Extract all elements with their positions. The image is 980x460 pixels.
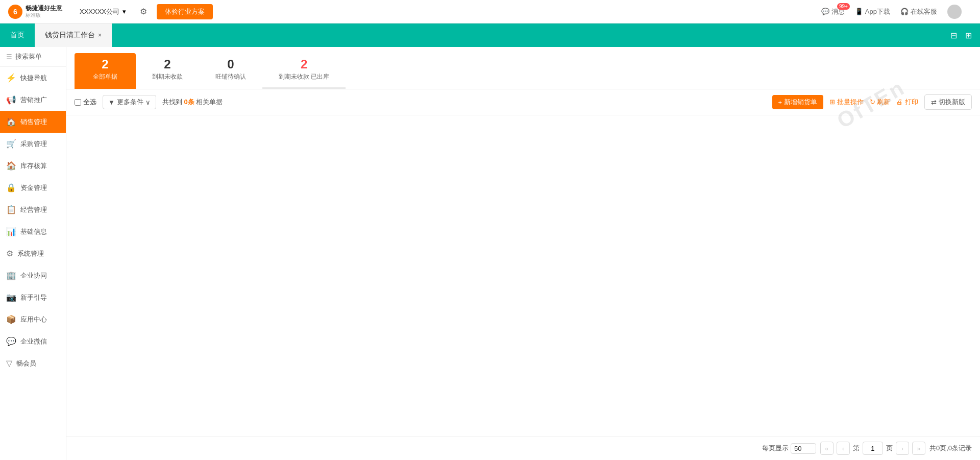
online-service-label: 在线客服 [911,7,937,16]
page-suffix: 页 [886,444,893,453]
phone-icon: 📱 [855,8,863,15]
next-page-button[interactable]: › [896,442,909,455]
stat-tab-shipped[interactable]: 2 到期未收款 已出库 [262,53,346,89]
stat-tab-pending[interactable]: 0 旺铺待确认 [199,53,262,89]
sidebar-item-inventory[interactable]: 🏠 库存核算 [0,155,66,177]
cart-icon: 🛒 [6,139,16,149]
stat-label-shipped: 到期未收款 已出库 [279,72,329,81]
company-name: XXXXXX公司 [80,7,119,16]
app-download-label: App下载 [865,7,890,16]
sidebar-label-inventory: 库存核算 [20,161,47,171]
found-prefix: 共找到 [162,98,182,106]
camera-icon: 📷 [6,293,16,302]
settings-icon[interactable]: ⚙ [136,5,151,19]
filter-label: 更多条件 [117,98,143,107]
building-icon: 🏢 [6,271,16,280]
sidebar-item-wechat[interactable]: 💬 企业微信 [0,330,66,352]
main-content: 2 全部单据 2 到期未收款 0 旺铺待确认 2 到期未收款 已出库 全选 [66,47,980,460]
page-size-select: 每页显示 50 100 200 [762,443,816,454]
message-action[interactable]: 💬 消息 99+ [821,7,845,16]
sidebar-item-marketing[interactable]: 📢 营销推广 [0,89,66,111]
related-label: 相关单据 [196,98,223,106]
sidebar-item-guide[interactable]: 📷 新手引导 [0,286,66,308]
sidebar-item-appstore[interactable]: 📦 应用中心 [0,308,66,330]
sidebar-item-system[interactable]: ⚙ 系统管理 [0,243,66,264]
select-all-checkbox[interactable]: 全选 [75,98,96,107]
message-icon: 💬 [821,8,829,15]
stat-tab-all[interactable]: 2 全部单据 [75,53,136,89]
tab-bar: 首页 钱货日清工作台 × ⊟ ⊞ [0,23,980,47]
company-selector[interactable]: XXXXXX公司 ▾ [76,5,130,18]
top-header: 6 畅捷通好生意 标准版 XXXXXX公司 ▾ ⚙ 体验行业方案 💬 消息 99… [0,0,980,23]
app-download-action[interactable]: 📱 App下载 [855,7,890,16]
message-badge: 99+ [837,3,850,10]
trial-button[interactable]: 体验行业方案 [157,4,213,19]
sidebar-label-operation: 经营管理 [20,205,47,214]
sidebar-item-sales[interactable]: 🏠 销售管理 [0,111,66,133]
headset-icon: 🎧 [900,8,909,15]
member-icon: ▽ [6,358,12,368]
batch-action[interactable]: ⊞ 批量操作 [829,98,864,107]
page-label: 第 [853,444,860,453]
page-input[interactable] [863,442,883,455]
sidebar-label-purchase: 采购管理 [20,139,47,149]
filter-button[interactable]: ▼ 更多条件 ∨ [103,95,156,109]
sidebar-search[interactable]: ☰ 搜索菜单 [0,47,66,67]
sidebar-item-finance[interactable]: 🔒 资金管理 [0,177,66,199]
new-order-button[interactable]: + 新增销货单 [772,95,824,109]
stat-num-all: 2 [102,57,108,71]
sidebar-label-wechat: 企业微信 [20,337,47,346]
tab-daily[interactable]: 钱货日清工作台 × [35,23,112,47]
lock-icon: 🔒 [6,183,16,192]
tab-home-label: 首页 [10,31,24,40]
page-size-dropdown[interactable]: 50 100 200 [791,443,816,454]
stats-tabs: 2 全部单据 2 到期未收款 0 旺铺待确认 2 到期未收款 已出库 [66,47,980,89]
avatar[interactable] [947,5,962,19]
filter-icon: ▼ [108,99,115,106]
batch-label: 批量操作 [837,98,864,106]
sidebar-label-guide: 新手引导 [20,293,47,302]
first-page-button[interactable]: « [820,442,834,455]
logo-main: 畅捷通好生意 [26,5,62,12]
sidebar-item-operation[interactable]: 📋 经营管理 [0,199,66,221]
print-icon: 🖨 [896,98,903,106]
sidebar-item-corp[interactable]: 🏢 企业协同 [0,264,66,286]
sidebar-label-finance: 资金管理 [20,183,47,192]
checkbox-input[interactable] [75,99,81,106]
total-text: 共0页,0条记录 [929,444,972,453]
sidebar-item-basic[interactable]: 📊 基础信息 [0,221,66,243]
sidebar-label-corp: 企业协同 [20,271,47,280]
refresh-action[interactable]: ↻ 刷新 [870,98,891,107]
new-version-button[interactable]: ⇄ 切换新版 [924,94,972,110]
tab-close-icon[interactable]: × [98,32,102,39]
header-right: 💬 消息 99+ 📱 App下载 🎧 在线客服 [821,5,972,19]
search-icon: ☰ [6,53,12,61]
sidebar-item-member[interactable]: ▽ 畅会员 [0,352,66,374]
sidebar-item-purchase[interactable]: 🛒 采购管理 [0,133,66,155]
tab-maximize-icon[interactable]: ⊞ [963,29,974,42]
logo-text: 畅捷通好生意 标准版 [26,5,62,18]
sidebar: ☰ 搜索菜单 ⚡ 快捷导航 📢 营销推广 🏠 销售管理 🛒 采购管理 🏠 库存核… [0,47,66,460]
table-area [66,115,980,436]
lightning-icon: ⚡ [6,73,16,83]
logo-sub: 标准版 [26,12,62,18]
new-order-label: 新增销货单 [784,98,817,107]
prev-page-button[interactable]: ‹ [837,442,850,455]
print-action[interactable]: 🖨 打印 [896,98,918,107]
last-page-button[interactable]: » [912,442,925,455]
stat-tab-overdue[interactable]: 2 到期未收款 [136,53,199,89]
chevron-down-icon: ▾ [122,8,126,15]
sidebar-label-basic: 基础信息 [20,227,47,236]
stat-num-pending: 0 [227,57,234,71]
sidebar-label-member: 畅会员 [16,359,36,368]
house-icon: 🏠 [6,117,16,127]
tab-home[interactable]: 首页 [0,23,35,47]
grid-icon: 📊 [6,227,16,236]
sidebar-item-quick-nav[interactable]: ⚡ 快捷导航 [0,67,66,89]
content-area: 2 全部单据 2 到期未收款 0 旺铺待确认 2 到期未收款 已出库 全选 [66,47,980,460]
found-text: 共找到 0条 相关单据 [162,98,223,107]
page-size-label: 每页显示 [762,444,789,453]
chat-icon: 💬 [6,336,16,346]
tab-minimize-icon[interactable]: ⊟ [948,29,959,42]
online-service-action[interactable]: 🎧 在线客服 [900,7,937,16]
